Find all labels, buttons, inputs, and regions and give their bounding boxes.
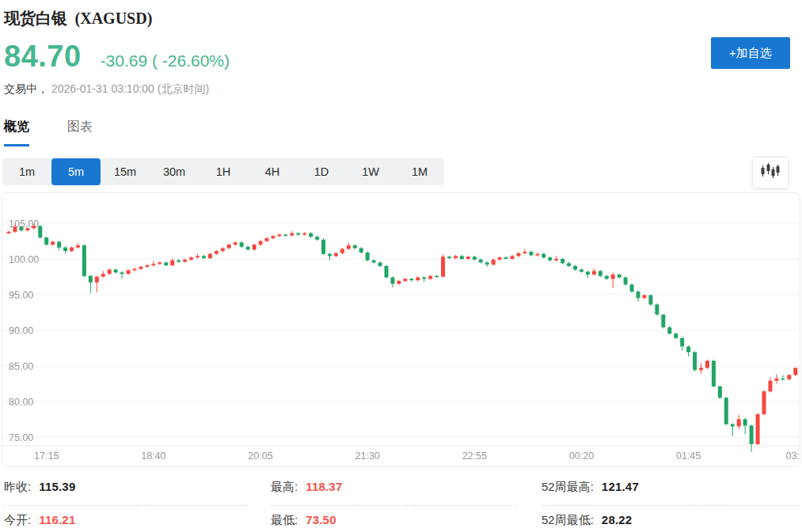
timeframe-bar: 1m5m15m30m1H4H1D1W1M: [2, 158, 444, 185]
svg-text:100.00: 100.00: [9, 254, 39, 265]
svg-text:21:30: 21:30: [355, 450, 380, 462]
stat-52w-low: 52周最低: 28.22: [542, 506, 798, 532]
trading-status: 交易中，: [4, 82, 48, 95]
timeframe-1M[interactable]: 1M: [395, 158, 444, 185]
timeframe-15m[interactable]: 15m: [101, 158, 150, 185]
timeframe-1m[interactable]: 1m: [2, 158, 51, 185]
svg-text:75.00: 75.00: [9, 432, 33, 443]
quote-timestamp: 2026-01-31 03:10:00 (北京时间): [51, 82, 209, 95]
svg-text:18:40: 18:40: [141, 450, 165, 462]
svg-text:01:45: 01:45: [676, 450, 701, 462]
add-watchlist-button[interactable]: +加自选: [711, 37, 790, 69]
timeframe-1H[interactable]: 1H: [199, 158, 248, 185]
timeframe-1W[interactable]: 1W: [346, 158, 395, 185]
svg-text:00:20: 00:20: [569, 450, 594, 462]
stat-day-high: 最高: 118.37: [271, 473, 516, 506]
market-status-row: 交易中， 2026-01-31 03:10:00 (北京时间): [4, 82, 209, 97]
current-price: 84.70: [4, 40, 82, 74]
stat-open: 今开: 116.21: [4, 506, 245, 532]
view-tabs: 概览 图表: [4, 119, 93, 146]
price-chart-card: 105.00100.0095.0090.0085.0080.0075.0017:…: [2, 192, 800, 467]
timeframe-5m[interactable]: 5m: [51, 158, 101, 185]
svg-text:03:1: 03:1: [786, 450, 800, 462]
svg-text:80.00: 80.00: [9, 397, 33, 408]
svg-text:22:55: 22:55: [462, 450, 487, 462]
instrument-title: 现货白银 (XAGUSD): [4, 8, 152, 29]
instrument-symbol: (XAGUSD): [75, 10, 153, 27]
timeframe-30m[interactable]: 30m: [150, 158, 199, 185]
stat-day-low: 最低: 73.50: [271, 506, 516, 532]
svg-text:20:05: 20:05: [248, 450, 272, 462]
candlestick-chart[interactable]: 105.00100.0095.0090.0085.0080.0075.0017:…: [2, 193, 800, 466]
chart-type-button[interactable]: [752, 157, 789, 188]
price-change: -30.69 ( -26.60%): [101, 51, 230, 70]
candlestick-icon: [760, 162, 781, 183]
svg-text:95.00: 95.00: [9, 290, 33, 301]
quote-stats: 昨收: 115.39 最高: 118.37 52周最高: 121.47 今开: …: [4, 473, 798, 532]
svg-text:17:15: 17:15: [34, 450, 59, 462]
price-row: 84.70 -30.69 ( -26.60%): [4, 40, 230, 74]
stat-prev-close: 昨收: 115.39: [4, 473, 245, 506]
tab-overview[interactable]: 概览: [4, 119, 29, 146]
stat-52w-high: 52周最高: 121.47: [542, 473, 798, 506]
svg-text:85.00: 85.00: [9, 361, 33, 372]
instrument-name: 现货白银: [4, 10, 67, 27]
timeframe-1D[interactable]: 1D: [297, 158, 346, 185]
tab-chart[interactable]: 图表: [67, 119, 93, 146]
svg-text:90.00: 90.00: [9, 325, 33, 336]
timeframe-4H[interactable]: 4H: [248, 158, 297, 185]
